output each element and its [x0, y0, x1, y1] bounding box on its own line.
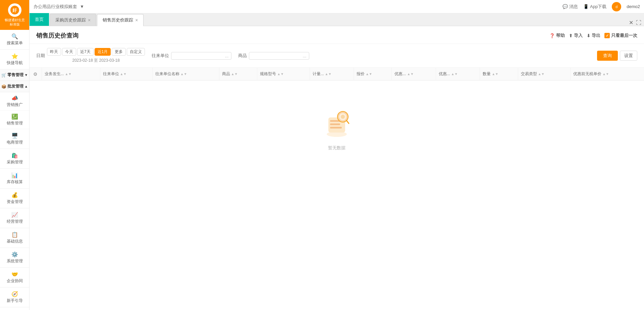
sidebar-item-ecommerce[interactable]: 🖥️ 电商管理: [0, 129, 29, 149]
sidebar-item-finance[interactable]: 💰 资金管理: [0, 189, 29, 208]
topbar-dropdown[interactable]: ▼: [80, 4, 84, 9]
sort-price[interactable]: ▲▼: [366, 73, 372, 75]
product-dots: ...: [303, 53, 307, 58]
only-last-checkbox[interactable]: ✓ 只看最后一次: [604, 33, 637, 39]
close-tab-icon[interactable]: ✕: [629, 19, 633, 26]
sidebar-item-system[interactable]: ⚙️ 系统管理: [0, 248, 29, 268]
svg-point-10: [341, 115, 345, 119]
message-label: 消息: [569, 4, 578, 10]
sidebar-item-quicknav[interactable]: ⭐ 快捷导航: [0, 50, 29, 69]
sidebar-item-marketing[interactable]: 📣 营销推广: [0, 92, 29, 111]
sidebar-item-coop[interactable]: 🤝 企业协同: [0, 268, 29, 288]
sidebar-item-label-inventory: 库存核算: [7, 179, 23, 185]
inventory-icon: 📊: [11, 172, 18, 178]
finance-icon: 💰: [11, 192, 18, 198]
app-logo[interactable]: 好 畅捷通好生意 标准版: [0, 0, 29, 30]
col-price: 报价 ▲▼: [354, 68, 392, 81]
star-icon: ⭐: [11, 53, 18, 59]
export-icon: ⬇: [587, 33, 590, 38]
source-unit-input[interactable]: ...: [171, 52, 231, 60]
user-avatar[interactable]: d: [612, 2, 621, 11]
date-btn-yesterday[interactable]: 昨天: [47, 48, 61, 56]
setting-button[interactable]: 设置: [620, 51, 637, 61]
app-download-btn[interactable]: 📱 App下载: [583, 4, 606, 10]
topbar-right: 💬 消息 📱 App下载 d demo2: [562, 2, 640, 11]
home-tab-label: 首页: [35, 16, 44, 22]
only-last-label: 只看最后一次: [611, 33, 637, 39]
help-icon: ❓: [549, 33, 555, 38]
sort-spec[interactable]: ▲▼: [277, 73, 284, 75]
message-btn[interactable]: 💬 消息: [562, 4, 578, 10]
export-btn[interactable]: ⬇ 导出: [587, 33, 600, 39]
sort-trade-type[interactable]: ▲▼: [538, 73, 545, 75]
empty-text: 暂无数据: [328, 145, 345, 151]
sidebar-item-label-guide: 新手引导: [7, 298, 23, 304]
maximize-icon[interactable]: ⛶: [636, 20, 641, 26]
help-label: 帮助: [556, 33, 565, 39]
sidebar-item-label-quicknav: 快捷导航: [7, 60, 23, 66]
sidebar-item-basic[interactable]: 📋 基础信息: [0, 228, 29, 248]
topbar-left: 办公用品行业模拟账套 ▼: [34, 4, 84, 10]
sidebar: 好 畅捷通好生意 标准版 🔍 搜索菜单 ⭐ 快捷导航 🛒 零售管理 ▼ 📦: [0, 0, 30, 310]
svg-rect-6: [330, 127, 342, 128]
topbar: 办公用品行业模拟账套 ▼ 💬 消息 📱 App下载 d demo2: [30, 0, 644, 13]
coop-icon: 🤝: [11, 271, 18, 277]
sort-biz-date[interactable]: ▲▼: [65, 73, 72, 75]
main-area: 办公用品行业模拟账套 ▼ 💬 消息 📱 App下载 d demo2 首页 采购历…: [30, 0, 644, 310]
data-table: ⚙ 业务发生... ▲▼ 往来单位 ▲▼: [30, 68, 644, 81]
tab-purchase-history[interactable]: 采购历史价跟踪 ×: [50, 14, 96, 26]
sidebar-item-purchase[interactable]: 🛍️ 采购管理: [0, 149, 29, 169]
sidebar-item-search[interactable]: 🔍 搜索菜单: [0, 30, 29, 50]
sales-history-close-icon[interactable]: ×: [135, 18, 138, 22]
sort-product[interactable]: ▲▼: [231, 73, 238, 75]
sidebar-item-apps[interactable]: 🔲 应用中心: [0, 307, 29, 310]
col-trade-type: 交易类型 ▲▼: [518, 68, 570, 81]
date-btn-custom[interactable]: 自定义: [127, 48, 145, 56]
sort-discount2[interactable]: ▲▼: [451, 73, 458, 75]
sidebar-item-guide[interactable]: 🧭 新手引导: [0, 288, 29, 307]
filter-actions: 查询 设置: [597, 51, 637, 61]
guide-icon: 🧭: [11, 291, 18, 297]
check-icon: ✓: [606, 34, 609, 38]
tab-home[interactable]: 首页: [30, 13, 49, 26]
purchase-history-close-icon[interactable]: ×: [88, 18, 91, 22]
message-icon: 💬: [562, 4, 568, 9]
tab-sales-history[interactable]: 销售历史价跟踪 ×: [97, 14, 144, 26]
username: demo2: [627, 4, 640, 9]
sort-unit-code[interactable]: ▲▼: [120, 73, 127, 75]
product-input[interactable]: ...: [249, 52, 309, 60]
wholesale-label: 批发管理: [7, 84, 23, 89]
purchase-history-tab-label: 采购历史价跟踪: [55, 17, 86, 23]
page-actions: ❓ 帮助 ⬆ 导入 ⬇ 导出 ✓ 只看最后一: [549, 33, 637, 39]
sort-unit-name[interactable]: ▲▼: [180, 73, 187, 75]
svg-text:好: 好: [12, 8, 17, 13]
svg-rect-5: [330, 123, 340, 125]
sidebar-item-sales-mgmt[interactable]: 💹 销售管理: [0, 111, 29, 129]
sort-pretax-price[interactable]: ▲▼: [602, 73, 609, 75]
sort-quantity[interactable]: ▲▼: [492, 73, 498, 75]
col-discount1: 优惠... ▲▼: [392, 68, 436, 81]
sidebar-item-retail[interactable]: 🛒 零售管理 ▼: [0, 69, 29, 81]
help-btn[interactable]: ❓ 帮助: [549, 33, 565, 39]
sidebar-item-wholesale[interactable]: 📦 批发管理 ▲: [0, 81, 29, 92]
search-button[interactable]: 查询: [597, 51, 618, 61]
sort-unit[interactable]: ▲▼: [325, 73, 332, 75]
operations-icon: 📈: [11, 212, 18, 218]
date-btn-7days[interactable]: 近7天: [77, 48, 94, 56]
page-title-row: 销售历史价查询 ❓ 帮助 ⬆ 导入 ⬇ 导出: [36, 32, 637, 40]
import-btn[interactable]: ⬆ 导入: [569, 33, 583, 39]
retail-label: 零售管理: [7, 72, 23, 78]
import-label: 导入: [574, 33, 583, 39]
date-btn-today[interactable]: 今天: [62, 48, 76, 56]
date-btn-1month[interactable]: 近1月: [95, 48, 111, 56]
sidebar-item-inventory[interactable]: 📊 库存核算: [0, 169, 29, 189]
sort-discount1[interactable]: ▲▼: [407, 73, 414, 75]
product-label: 商品: [238, 53, 247, 59]
sidebar-item-label-basic: 基础信息: [7, 239, 23, 244]
sidebar-item-operations[interactable]: 📈 经营管理: [0, 208, 29, 228]
sidebar-item-label-coop: 企业协同: [7, 278, 23, 284]
date-btn-more[interactable]: 更多: [112, 48, 126, 56]
table-settings-icon[interactable]: ⚙: [33, 71, 38, 77]
sidebar-item-label-ecommerce: 电商管理: [7, 140, 23, 145]
date-filter-label: 日期: [36, 53, 45, 59]
